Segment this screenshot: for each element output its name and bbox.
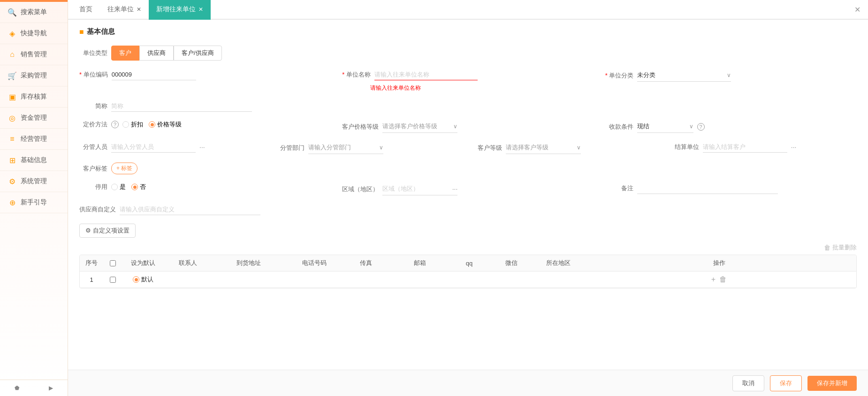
pricing-help-icon[interactable]: ?: [111, 121, 119, 128]
unit-type-customer[interactable]: 客户: [111, 46, 139, 61]
settlement-unit-label: 结算单位: [671, 143, 699, 151]
cell-phone[interactable]: [286, 272, 343, 287]
unit-name-input[interactable]: [374, 69, 478, 80]
sidebar-item-label: 资金管理: [21, 114, 47, 122]
sidebar-item-quick-nav[interactable]: ◈ 快捷导航: [0, 23, 68, 44]
unit-type-label: 单位类型: [79, 49, 107, 57]
contact-table: 序号 设为默认 联系人 到货地址 电话号码 传真 邮箱 qq 微信 所在地区 操…: [79, 255, 857, 288]
row-add-btn[interactable]: +: [711, 275, 716, 284]
fax-input[interactable]: [345, 276, 387, 283]
cell-wechat[interactable]: [488, 272, 535, 287]
cell-action: + 🗑: [582, 272, 856, 287]
sidebar-item-inventory[interactable]: ▣ 库存核算: [0, 86, 68, 108]
sidebar-item-guide[interactable]: ⊕ 新手引导: [0, 192, 68, 213]
phone-input[interactable]: [289, 276, 340, 283]
pricing-level[interactable]: 价格等级: [149, 120, 182, 129]
row-checkbox[interactable]: [110, 277, 116, 283]
sidebar-item-finance[interactable]: ◎ 资金管理: [0, 108, 68, 129]
section-icon: ■: [79, 28, 84, 36]
cell-address[interactable]: [211, 272, 286, 287]
address-input[interactable]: [213, 276, 284, 283]
row-default-radio-item[interactable]: 默认: [133, 275, 153, 284]
manager-input[interactable]: [111, 141, 196, 153]
sidebar-item-basic-info[interactable]: ⊞ 基础信息: [0, 150, 68, 171]
row-default-radio[interactable]: [133, 276, 139, 283]
tab-partner-close[interactable]: ✕: [137, 6, 141, 13]
manager-ellipsis[interactable]: ···: [199, 143, 205, 151]
pricing-radio-group: 折扣 价格等级: [122, 120, 182, 129]
disable-no-radio[interactable]: [131, 184, 138, 190]
pricing-discount-label: 折扣: [131, 120, 143, 129]
footer: 取消 保存 保存并新增: [68, 370, 868, 396]
remark-input[interactable]: [637, 183, 778, 194]
batch-delete-label[interactable]: 批量删除: [832, 243, 857, 252]
close-all-tabs[interactable]: ✕: [851, 3, 864, 16]
tab-new-partner-close[interactable]: ✕: [198, 6, 203, 13]
disable-region-row: 停用 是 否 区域（地区） 区域（地区: [79, 183, 857, 195]
sidebar-item-operations[interactable]: ≡ 经营管理: [0, 129, 68, 150]
pricing-level-label: 价格等级: [157, 120, 182, 129]
sidebar-bottom-right[interactable]: ▶: [34, 380, 68, 396]
cell-email[interactable]: [389, 272, 450, 287]
supplier-custom-group: 供应商自定义: [79, 204, 857, 215]
customer-tag-row: 客户标签 + 标签: [79, 163, 857, 174]
sidebar-item-search[interactable]: 🔍 搜索菜单: [0, 2, 68, 23]
cell-fax[interactable]: [343, 272, 389, 287]
cell-qq[interactable]: [450, 272, 488, 287]
inventory-icon: ▣: [8, 92, 17, 101]
pricing-level-radio[interactable]: [149, 121, 155, 128]
tab-home[interactable]: 首页: [72, 0, 100, 20]
add-tag-button[interactable]: + 标签: [111, 163, 137, 174]
table-row: 1 默认: [80, 272, 856, 288]
customer-level-select[interactable]: 请选择客户等级 ∨: [506, 141, 581, 154]
sidebar-item-sales[interactable]: ⌂ 销售管理: [0, 44, 68, 65]
save-and-new-button[interactable]: 保存并新增: [807, 376, 857, 391]
region-ellipsis[interactable]: ···: [452, 185, 458, 193]
supplier-custom-input[interactable]: [120, 204, 260, 215]
payment-terms-value: 现结: [637, 122, 687, 131]
sidebar-bottom-left[interactable]: ⬟: [0, 380, 34, 396]
email-input[interactable]: [392, 276, 448, 283]
system-icon: ⚙: [8, 177, 17, 186]
disable-group: 停用 是 否: [79, 183, 331, 191]
save-button[interactable]: 保存: [770, 375, 802, 391]
short-name-group: 简称: [79, 101, 857, 112]
sidebar: 🔍 搜索菜单 ◈ 快捷导航 ⌂ 销售管理 🛒 采购管理 ▣ 库存核算 ◎ 资金管…: [0, 0, 68, 396]
unit-type-supplier[interactable]: 供应商: [139, 46, 174, 61]
tab-new-partner[interactable]: 新增往来单位 ✕: [149, 0, 211, 20]
disable-no-label: 否: [140, 183, 146, 191]
pricing-discount-radio[interactable]: [122, 121, 129, 128]
region-cell-input[interactable]: [537, 276, 579, 283]
th-fax: 传真: [343, 255, 389, 271]
disable-yes-radio[interactable]: [111, 184, 118, 190]
tab-partner[interactable]: 往来单位 ✕: [100, 0, 149, 20]
unit-type-both[interactable]: 客户/供应商: [174, 46, 222, 61]
row-delete-btn[interactable]: 🗑: [719, 275, 727, 284]
short-name-input[interactable]: [111, 101, 252, 112]
custom-settings-button[interactable]: ⚙ 自定义项设置: [79, 224, 136, 238]
batch-delete-area: 🗑 批量删除: [79, 243, 857, 252]
region-input[interactable]: 区域（地区） ···: [382, 183, 457, 195]
cell-contact[interactable]: [164, 272, 211, 287]
th-contact: 联系人: [164, 255, 211, 271]
unit-code-input[interactable]: [112, 69, 196, 80]
department-select[interactable]: 请输入分管部门 ∨: [308, 141, 383, 154]
payment-terms-help-icon[interactable]: ?: [697, 123, 705, 131]
pricing-discount[interactable]: 折扣: [122, 120, 143, 129]
customer-price-level-select[interactable]: 请选择客户价格等级 ∨: [382, 120, 457, 133]
disable-no[interactable]: 否: [131, 183, 146, 191]
payment-terms-select[interactable]: 现结 ∨: [637, 120, 693, 133]
qq-input[interactable]: [453, 276, 486, 283]
unit-category-select[interactable]: 未分类 ∨: [637, 69, 731, 82]
contact-input[interactable]: [167, 276, 209, 283]
wechat-input[interactable]: [490, 276, 533, 283]
sidebar-item-system[interactable]: ⚙ 系统管理: [0, 171, 68, 192]
cancel-button[interactable]: 取消: [732, 375, 764, 391]
cell-region[interactable]: [535, 272, 582, 287]
disable-yes[interactable]: 是: [111, 183, 126, 191]
unit-name-group: 单位名称 请输入往来单位名称: [342, 69, 594, 92]
sidebar-item-purchase[interactable]: 🛒 采购管理: [0, 65, 68, 86]
settlement-unit-ellipsis[interactable]: ···: [791, 143, 797, 151]
settlement-unit-input[interactable]: [703, 141, 787, 153]
select-all-checkbox[interactable]: [110, 260, 116, 266]
